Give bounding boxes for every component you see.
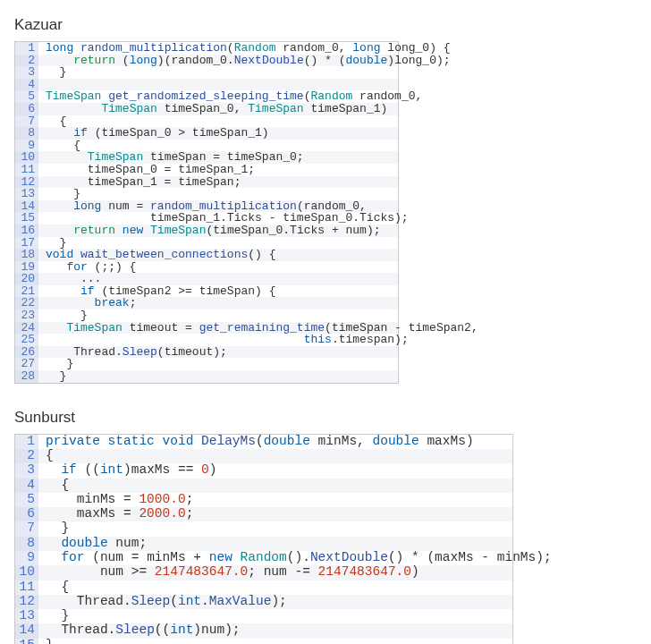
code-content: if (timeSpan2 >= timeSpan) { [38, 285, 398, 298]
line-number: 26 [15, 346, 38, 359]
line-number: 7 [15, 521, 38, 536]
line-number: 3 [15, 463, 38, 478]
line-number: 24 [15, 322, 38, 335]
code-line: 6 maxMs = 2000.0; [15, 507, 512, 521]
line-number: 15 [15, 639, 38, 644]
code-content: timeSpan_1.Ticks - timeSpan_0.Ticks); [38, 212, 400, 225]
line-number: 6 [15, 103, 38, 115]
line-number: 7 [15, 115, 38, 128]
code-content: timeSpan_1 = timeSpan; [38, 176, 398, 189]
line-number: 25 [15, 334, 38, 346]
line-number: 16 [15, 225, 38, 237]
code-content: } [38, 521, 512, 536]
code-line: 1long random_multiplication(Random rando… [15, 42, 398, 55]
line-number: 3 [15, 66, 38, 79]
code-line: 18void wait_between_connections() { [15, 249, 398, 261]
code-content: break; [38, 297, 398, 309]
code-line: 26 Thread.Sleep(timeout); [15, 346, 398, 359]
code-line: 7 { [15, 115, 398, 128]
line-number: 15 [15, 212, 38, 225]
line-number: 13 [15, 188, 38, 200]
code-content: Thread.Sleep(int.MaxValue); [38, 595, 512, 609]
code-line: 25 this.timespan); [15, 334, 398, 346]
code-content [38, 79, 398, 91]
code-line: 12 timeSpan_1 = timeSpan; [15, 176, 398, 189]
code-line: 2 return (long)(random_0.NextDouble() * … [15, 55, 398, 67]
code-line: 24 TimeSpan timeout = get_remaining_time… [15, 322, 398, 335]
code-content: } [38, 370, 398, 383]
line-number: 2 [15, 55, 38, 67]
line-number: 10 [15, 151, 38, 164]
line-number: 13 [15, 609, 38, 623]
sunburst-code-block: 1private static void DelayMs(double minM… [14, 434, 513, 644]
kazuar-section: Kazuar 1long random_multiplication(Rando… [14, 16, 637, 405]
code-line: 8 if (timeSpan_0 > timeSpan_1) [15, 127, 398, 140]
line-number: 9 [15, 140, 38, 152]
code-line: 4 [15, 79, 398, 91]
code-content: private static void DelayMs(double minMs… [38, 435, 512, 449]
code-content: { [38, 580, 512, 595]
line-number: 12 [15, 595, 38, 609]
code-content: TimeSpan timeSpan = timeSpan_0; [38, 151, 398, 164]
code-content: { [38, 140, 398, 152]
code-line: 23 } [15, 309, 398, 322]
code-content: if ((int)maxMs == 0) [38, 463, 512, 478]
code-content: return (long)(random_0.NextDouble() * (d… [38, 55, 400, 67]
code-line: 15} [15, 639, 512, 644]
code-content: num >= 2147483647.0; num -= 2147483647.0… [38, 565, 512, 580]
line-number: 18 [15, 249, 38, 261]
code-content: this.timespan); [38, 334, 400, 346]
code-content: void wait_between_connections() { [38, 249, 398, 261]
line-number: 27 [15, 358, 38, 370]
code-content: maxMs = 2000.0; [38, 507, 512, 521]
code-content: { [38, 115, 398, 128]
code-line: 10 TimeSpan timeSpan = timeSpan_0; [15, 151, 398, 164]
code-line: 10 num >= 2147483647.0; num -= 214748364… [15, 565, 512, 580]
code-content: } [38, 609, 512, 623]
line-number: 12 [15, 176, 38, 189]
line-number: 23 [15, 309, 38, 322]
code-line: 4 { [15, 479, 512, 493]
line-number: 1 [15, 42, 38, 55]
code-line: 16 return new TimeSpan(timeSpan_0.Ticks … [15, 225, 398, 237]
code-line: 27 } [15, 358, 398, 370]
code-content: for (;;) { [38, 261, 398, 274]
line-number: 9 [15, 551, 38, 565]
code-content: Thread.Sleep(timeout); [38, 346, 398, 359]
line-number: 28 [15, 370, 38, 383]
code-line: 11 { [15, 580, 512, 595]
code-content: for (num = minMs + new Random().NextDoub… [38, 551, 514, 565]
code-content: } [38, 309, 398, 322]
line-number: 21 [15, 285, 38, 298]
code-line: 2{ [15, 449, 512, 463]
line-number: 10 [15, 565, 38, 580]
code-content: Thread.Sleep((int)num); [38, 623, 512, 638]
line-number: 8 [15, 537, 38, 551]
code-line: 8 double num; [15, 537, 512, 551]
line-number: 14 [15, 200, 38, 213]
code-line: 15 timeSpan_1.Ticks - timeSpan_0.Ticks); [15, 212, 398, 225]
code-line: 13 } [15, 188, 398, 200]
code-content: } [38, 188, 398, 200]
code-content: ... [38, 273, 398, 285]
code-content: TimeSpan get_randomized_sleeping_time(Ra… [38, 90, 400, 103]
code-line: 19 for (;;) { [15, 261, 398, 274]
line-number: 20 [15, 273, 38, 285]
code-line: 20 ... [15, 273, 398, 285]
line-number: 5 [15, 493, 38, 507]
code-content: } [38, 358, 398, 370]
line-number: 4 [15, 479, 38, 493]
code-content: } [38, 639, 512, 644]
line-number: 14 [15, 623, 38, 638]
code-line: 12 Thread.Sleep(int.MaxValue); [15, 595, 512, 609]
code-content: long num = random_multiplication(random_… [38, 200, 398, 213]
code-line: 7 } [15, 521, 512, 536]
line-number: 5 [15, 90, 38, 103]
line-number: 6 [15, 507, 38, 521]
code-line: 13 } [15, 609, 512, 623]
code-content: if (timeSpan_0 > timeSpan_1) [38, 127, 398, 140]
code-content: { [38, 449, 512, 463]
code-line: 1private static void DelayMs(double minM… [15, 435, 512, 449]
code-line: 28 } [15, 370, 398, 383]
code-line: 5 minMs = 1000.0; [15, 493, 512, 507]
